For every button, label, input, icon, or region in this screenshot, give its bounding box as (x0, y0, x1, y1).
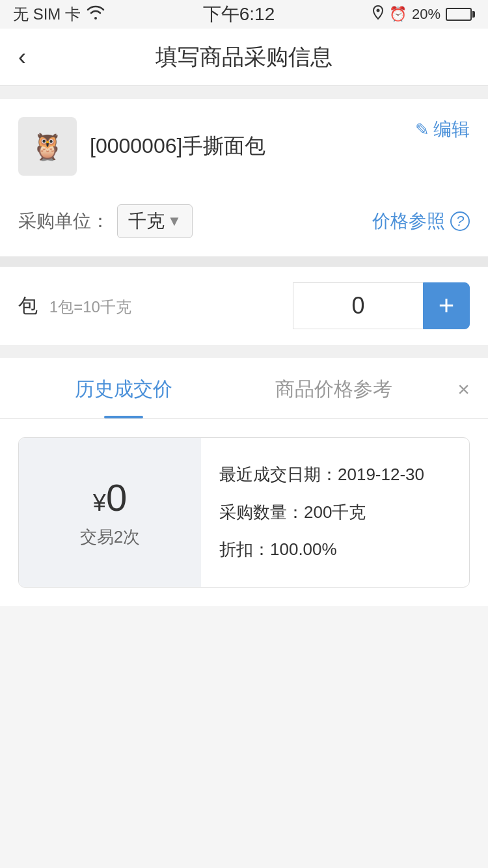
detail-qty-label: 采购数量： (219, 502, 304, 522)
battery-percent: 20% (412, 6, 441, 23)
unit-label: 采购单位： (18, 209, 109, 234)
quantity-label-group: 包 1包=10千克 (18, 293, 131, 319)
quantity-row: 包 1包=10千克 0 + (0, 267, 488, 345)
quantity-unit-label: 包 (18, 295, 38, 316)
tab-price-reference[interactable]: 商品价格参考 (229, 358, 440, 418)
price-card: ¥0 交易2次 最近成交日期：2019-12-30 采购数量：200千克 折扣：… (18, 437, 470, 588)
detail-qty-row: 采购数量：200千克 (219, 499, 451, 526)
tabs-section: 历史成交价 商品价格参考 × ¥0 交易2次 最近成交日期：2019-12-30 (0, 358, 488, 606)
tab-close-button[interactable]: × (439, 359, 470, 417)
product-unit-row: 采购单位： 千克 ▼ 价格参照 ? (18, 191, 470, 256)
price-ref-label: 价格参照 (372, 209, 445, 234)
price-amount: 0 (106, 476, 127, 519)
chevron-down-icon: ▼ (167, 213, 182, 230)
detail-date-value: 2019-12-30 (338, 465, 424, 484)
detail-discount-row: 折扣：100.00% (219, 536, 451, 563)
quantity-input[interactable]: 0 (293, 282, 423, 329)
product-name: [0000006]手撕面包 (90, 132, 265, 161)
quantity-sub-label: 1包=10千克 (49, 298, 131, 316)
edit-button[interactable]: ✎ 编辑 (415, 117, 470, 142)
product-left: 🦉 [0000006]手撕面包 (18, 117, 265, 176)
price-reference-button[interactable]: 价格参照 ? (372, 209, 470, 234)
detail-qty-value: 200千克 (304, 502, 366, 522)
edit-label: 编辑 (433, 117, 470, 142)
trade-count: 交易2次 (80, 526, 140, 549)
currency-symbol: ¥ (93, 489, 106, 516)
svg-point-0 (376, 9, 379, 12)
carrier-text: 无 SIM 卡 (13, 4, 81, 25)
page-title: 填写商品采购信息 (156, 42, 332, 72)
status-right: ⏰ 20% (372, 5, 475, 23)
edit-icon: ✎ (415, 120, 429, 140)
detail-discount-value: 100.00% (270, 539, 337, 559)
status-time: 下午6:12 (203, 2, 275, 27)
tabs-header: 历史成交价 商品价格参考 × (0, 358, 488, 419)
status-left: 无 SIM 卡 (13, 4, 105, 25)
unit-select[interactable]: 千克 ▼ (117, 204, 193, 238)
section-divider (0, 256, 488, 267)
card-right: 最近成交日期：2019-12-30 采购数量：200千克 折扣：100.00% (201, 438, 469, 587)
price-display: ¥0 (93, 476, 127, 519)
product-section: 🦉 [0000006]手撕面包 ✎ 编辑 采购单位： 千克 ▼ 价格参照 ? (0, 99, 488, 256)
product-logo: 🦉 (31, 131, 64, 162)
wifi-icon (86, 5, 105, 23)
unit-selector-group: 采购单位： 千克 ▼ (18, 204, 193, 238)
detail-date-row: 最近成交日期：2019-12-30 (219, 461, 451, 489)
card-left: ¥0 交易2次 (19, 438, 201, 587)
alarm-icon: ⏰ (389, 6, 407, 23)
nav-bar: ‹ 填写商品采购信息 (0, 29, 488, 86)
battery-icon (446, 8, 475, 21)
quantity-plus-button[interactable]: + (423, 282, 470, 329)
quantity-controls: 0 + (293, 282, 470, 329)
detail-discount-label: 折扣： (219, 539, 270, 559)
back-button[interactable]: ‹ (18, 44, 26, 71)
unit-value: 千克 (128, 209, 165, 234)
detail-date-label: 最近成交日期： (219, 465, 338, 484)
product-thumbnail: 🦉 (18, 117, 77, 176)
main-content: 历史成交价 商品价格参考 × ¥0 交易2次 最近成交日期：2019-12-30 (0, 358, 488, 868)
location-icon (372, 5, 384, 23)
product-header: 🦉 [0000006]手撕面包 ✎ 编辑 (18, 117, 470, 176)
help-icon: ? (450, 211, 470, 231)
card-section: ¥0 交易2次 最近成交日期：2019-12-30 采购数量：200千克 折扣：… (0, 419, 488, 606)
status-bar: 无 SIM 卡 下午6:12 ⏰ 20% (0, 0, 488, 29)
tab-history-price[interactable]: 历史成交价 (18, 358, 229, 418)
